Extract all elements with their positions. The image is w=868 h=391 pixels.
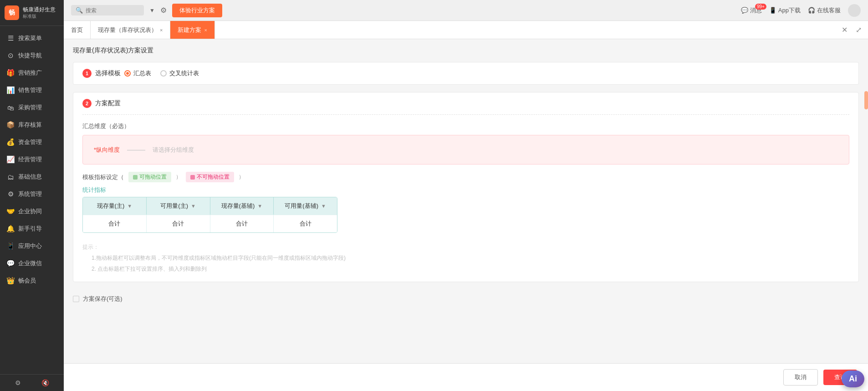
table-data-cell-2: 合计 — [210, 215, 274, 232]
nav-icon-new-guide: 🔔 — [6, 225, 15, 233]
stats-label: 统计指标 — [82, 186, 849, 194]
table-data-cell-1: 合计 — [147, 215, 210, 232]
sidebar-item-corp-wechat[interactable]: 💬企业微信 — [0, 255, 64, 272]
table-data-row: 合计合计合计合计 — [83, 215, 337, 232]
nav-label-corp-agree: 企业协同 — [18, 207, 42, 216]
save-label: 方案保存(可选) — [83, 295, 123, 303]
radio-summary[interactable]: 汇总表 — [124, 69, 151, 77]
ai-fab-button[interactable]: Ai — [842, 370, 864, 387]
dimension-required-label: *纵向维度 — [94, 146, 120, 154]
sidebar-item-finance[interactable]: 💰资金管理 — [0, 134, 64, 151]
sidebar-nav: ☰搜索菜单⊙快捷导航🎁营销推广📊销售管理🛍采购管理📦库存核算💰资金管理📈经营管理… — [0, 26, 64, 374]
step2-header: 2 方案配置 — [73, 93, 858, 114]
topbar-chevron-icon[interactable]: ▼ — [149, 7, 155, 14]
topbar-gear-icon[interactable]: ⚙ — [160, 6, 167, 15]
user-avatar[interactable] — [848, 4, 861, 17]
nav-icon-marketing: 🎁 — [6, 69, 15, 77]
sidebar-item-inventory[interactable]: 📦库存核算 — [0, 116, 64, 134]
sidebar-item-basic-info[interactable]: 🗂基础信息 — [0, 168, 64, 185]
logo-text: 畅康通好生意 标准版 — [23, 6, 56, 20]
save-section: 方案保存(可选) — [73, 289, 859, 303]
nav-label-system: 系统管理 — [18, 190, 42, 198]
chevron-down-icon-0: ▼ — [127, 203, 132, 209]
sidebar-logo: 畅 畅康通好生意 标准版 — [0, 0, 64, 26]
bottom-action-bar: 取消 查询 — [64, 363, 868, 391]
tip-item-2: 2. 点击标题栏下拉可设置排序、插入列和删除列 — [82, 263, 849, 274]
tip-item-1: 1.拖动标题栏可以调整布局，不可跨维度或指标区域拖动栏目字段(只能在同一维度或指… — [82, 252, 849, 263]
draggable-dot — [133, 175, 138, 180]
tab-inventory-status[interactable]: 现存量（库存状况表） × — [91, 21, 170, 39]
sidebar-item-operations[interactable]: 📈经营管理 — [0, 151, 64, 168]
chevron-down-icon-2: ▼ — [257, 203, 262, 209]
dimension-picker[interactable]: *纵向维度 —— 请选择分组维度 — [82, 135, 849, 165]
tab-inventory-close-icon[interactable]: × — [160, 27, 163, 33]
tab-expand-icon[interactable]: ⤢ — [853, 25, 864, 35]
dimension-placeholder: 请选择分组维度 — [153, 146, 194, 154]
tab-new-scheme[interactable]: 新建方案 × — [170, 21, 214, 39]
online-service-item[interactable]: 🎧 在线客服 — [808, 6, 841, 15]
nav-icon-quick-nav: ⊙ — [6, 51, 15, 60]
tips-title: 提示： — [82, 244, 99, 250]
table-header-cell-1[interactable]: 可用量(主)▼ — [147, 197, 210, 215]
mute-footer-icon[interactable]: 🔇 — [41, 379, 49, 386]
radio-summary-circle — [124, 70, 131, 77]
sidebar-item-app-center[interactable]: 📱应用中心 — [0, 237, 64, 255]
indicators-label: 模板指标设定（ 可拖动位置 ） 不可拖动位置 ） — [82, 172, 849, 182]
nav-icon-sales: 📊 — [6, 86, 15, 94]
save-checkbox[interactable] — [73, 296, 79, 302]
app-download-item[interactable]: 📱 App下载 — [769, 6, 801, 15]
table-data-cell-3: 合计 — [274, 215, 337, 232]
sidebar: 畅 畅康通好生意 标准版 ☰搜索菜单⊙快捷导航🎁营销推广📊销售管理🛍采购管理📦库… — [0, 0, 64, 391]
nav-label-inventory: 库存核算 — [18, 121, 42, 129]
step2-number: 2 — [82, 99, 92, 108]
sidebar-item-member[interactable]: 👑畅会员 — [0, 272, 64, 289]
table-header-cell-0[interactable]: 现存量(主)▼ — [83, 197, 147, 215]
industry-btn[interactable]: 体验行业方案 — [172, 4, 222, 17]
main-area: 🔍 ▼ ⚙ 体验行业方案 💬 消息 99+ 📱 App下载 🎧 在线客服 — [64, 0, 868, 391]
radio-cross-circle — [160, 70, 167, 77]
nav-label-corp-wechat: 企业微信 — [18, 259, 42, 268]
sidebar-item-sales[interactable]: 📊销售管理 — [0, 82, 64, 99]
radio-cross[interactable]: 交叉统计表 — [160, 69, 199, 77]
sidebar-item-quick-nav[interactable]: ⊙快捷导航 — [0, 47, 64, 64]
settings-footer-icon[interactable]: ⚙ — [15, 379, 21, 386]
scroll-thumb[interactable] — [864, 91, 868, 109]
fixed-dot — [190, 175, 195, 180]
cancel-button[interactable]: 取消 — [783, 369, 818, 386]
table-header-cell-2[interactable]: 现存量(基辅)▼ — [210, 197, 274, 215]
tab-close-icon[interactable]: ✕ — [839, 25, 850, 35]
sidebar-item-corp-agree[interactable]: 🤝企业协同 — [0, 203, 64, 220]
sidebar-item-marketing[interactable]: 🎁营销推广 — [0, 64, 64, 82]
indicators-separator: ） — [176, 173, 181, 181]
indicators-close-paren: ） — [239, 173, 244, 181]
search-input[interactable] — [86, 7, 131, 14]
tab-new-scheme-close-icon[interactable]: × — [204, 27, 207, 33]
sidebar-item-search-menu[interactable]: ☰搜索菜单 — [0, 30, 64, 47]
summary-dim-label: 汇总维度（必选） — [82, 122, 849, 130]
dimension-dash: —— — [127, 144, 145, 155]
phone-icon: 📱 — [769, 7, 776, 14]
nav-icon-system: ⚙ — [6, 190, 15, 198]
topbar-search-box[interactable]: 🔍 — [71, 5, 144, 15]
nav-label-quick-nav: 快捷导航 — [18, 51, 42, 60]
nav-label-member: 畅会员 — [18, 277, 36, 285]
topbar-right: 💬 消息 99+ 📱 App下载 🎧 在线客服 — [741, 4, 861, 17]
message-item[interactable]: 💬 消息 99+ — [741, 6, 762, 15]
page-title: 现存量(库存状况表)方案设置 — [73, 46, 859, 55]
step2-content: 汇总维度（必选） *纵向维度 —— 请选择分组维度 模板指标设定（ 可拖动位置 … — [73, 115, 858, 282]
tab-home[interactable]: 首页 — [64, 21, 91, 39]
topbar: 🔍 ▼ ⚙ 体验行业方案 💬 消息 99+ 📱 App下载 🎧 在线客服 — [64, 0, 868, 21]
sidebar-item-new-guide[interactable]: 🔔新手引导 — [0, 220, 64, 237]
table-header-cell-3[interactable]: 可用量(基辅)▼ — [274, 197, 337, 215]
nav-label-purchase: 采购管理 — [18, 103, 42, 112]
nav-label-marketing: 营销推广 — [18, 69, 42, 77]
sidebar-item-purchase[interactable]: 🛍采购管理 — [0, 99, 64, 116]
nav-label-new-guide: 新手引导 — [18, 225, 42, 233]
message-badge: 99+ — [755, 4, 766, 10]
nav-icon-member: 👑 — [6, 277, 15, 285]
sidebar-item-system[interactable]: ⚙系统管理 — [0, 185, 64, 203]
logo-icon: 畅 — [5, 5, 19, 20]
step2-card: 2 方案配置 汇总维度（必选） *纵向维度 —— 请选择分组维度 模板指标设定（ — [73, 92, 859, 282]
nav-icon-search-menu: ☰ — [6, 34, 15, 42]
table-header-row: 现存量(主)▼可用量(主)▼现存量(基辅)▼可用量(基辅)▼ — [83, 197, 337, 215]
